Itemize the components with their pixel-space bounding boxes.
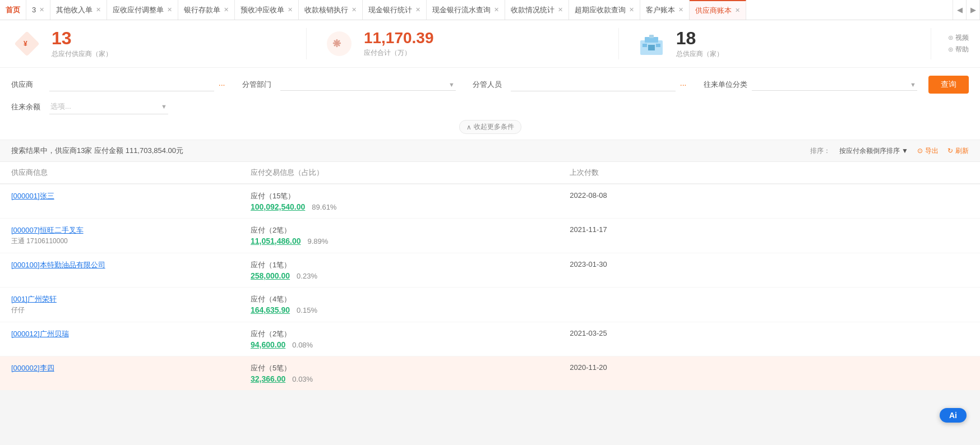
nav-tab-vendor-ledger[interactable]: 供应商账本 ✕ <box>690 0 746 20</box>
trans-amount-link[interactable]: 100,092,540.00 <box>251 202 305 211</box>
supplier-link[interactable]: [000100]本特勤油品有限公司 <box>11 260 251 270</box>
collapse-arrow-icon: ∧ <box>466 123 471 131</box>
video-action[interactable]: ⊙ 视频 <box>948 33 969 43</box>
svg-rect-6 <box>648 45 655 50</box>
close-icon[interactable]: ✕ <box>494 6 499 13</box>
close-icon[interactable]: ✕ <box>224 6 229 13</box>
payable-amount-icon: ❋ <box>323 28 355 59</box>
trans-label: 应付（4笔） <box>251 295 291 303</box>
trans-percent: 0.03% <box>292 375 313 383</box>
filter-balance-label: 往来余额 <box>11 102 45 112</box>
person-dots-icon[interactable]: ··· <box>680 80 687 89</box>
summary-bar: ¥ 13 总应付供应商（家） ❋ 11,170.39 应付合计（万） <box>0 20 980 68</box>
supplier-link[interactable]: [001]广州荣轩 <box>11 294 251 304</box>
close-icon[interactable]: ✕ <box>735 7 740 14</box>
nav-left-arrow[interactable]: ◀ <box>953 0 967 20</box>
last-pay-date: 2022-08-08 <box>570 191 607 200</box>
table-row: [000100]本特勤油品有限公司 应付（1笔） 258,000.00 0.23… <box>0 253 980 288</box>
close-icon[interactable]: ✕ <box>39 6 44 13</box>
transaction-cell: 应付（2笔） 11,051,486.00 9.89% <box>251 225 570 245</box>
close-icon[interactable]: ✕ <box>415 6 420 13</box>
nav-tab-customer-ledger[interactable]: 客户账本 ✕ <box>640 0 690 20</box>
export-icon: ⊙ <box>917 147 923 155</box>
close-icon[interactable]: ✕ <box>678 6 683 13</box>
nav-tab-receipt-verify-label: 收款核销执行 <box>304 5 348 15</box>
last-pay-date: 2020-11-20 <box>570 363 607 372</box>
help-action[interactable]: ⊙ 帮助 <box>948 45 969 54</box>
nav-tab-cash-bank-flow[interactable]: 现金银行流水查询 ✕ <box>427 0 505 20</box>
nav-tab-receipt-stat[interactable]: 收款情况统计 ✕ <box>505 0 569 20</box>
supplier-input[interactable] <box>49 78 214 91</box>
supplier-sub: 王通 17106110000 <box>11 237 251 246</box>
nav-right-arrow[interactable]: ▶ <box>967 0 980 20</box>
transaction-cell: 应付（15笔） 100,092,540.00 89.61% <box>251 191 570 211</box>
col-header-extra <box>729 168 969 178</box>
filter-person-label: 分管人员 <box>473 80 506 90</box>
balance-select-placeholder: 选项... <box>50 101 159 112</box>
trans-amount-link[interactable]: 32,366.00 <box>251 374 285 383</box>
payable-vendors-text: 13 总应付供应商（家） <box>52 29 112 59</box>
close-icon[interactable]: ✕ <box>167 6 172 13</box>
supplier-link[interactable]: [000002]李四 <box>11 363 251 373</box>
close-icon[interactable]: ✕ <box>288 6 293 13</box>
supplier-sub: 仔仔 <box>11 305 251 315</box>
refresh-button[interactable]: ↻ 刷新 <box>947 146 969 156</box>
summary-total-vendors: 18 总供应商（家） <box>636 28 931 59</box>
nav-tab-vendor-ledger-label: 供应商账本 <box>695 6 732 16</box>
sort-label: 排序： <box>810 146 830 156</box>
transaction-cell: 应付（5笔） 32,366.00 0.03% <box>251 363 570 383</box>
nav-tab-bank-deposit[interactable]: 银行存款单 ✕ <box>178 0 235 20</box>
table-row: [000002]李四 应付（5笔） 32,366.00 0.03% 2020-1… <box>0 356 980 391</box>
close-icon[interactable]: ✕ <box>96 6 101 13</box>
category-select[interactable]: ▼ <box>752 79 918 91</box>
nav-tab-bank-deposit-label: 银行存款单 <box>184 5 220 15</box>
nav-tab-3[interactable]: 3 ✕ <box>26 0 50 20</box>
data-table: 供应商信息 应付交易信息（占比） 上次付数 [000001]张三 应付（15笔）… <box>0 162 980 391</box>
trans-amount-link[interactable]: 258,000.00 <box>251 271 290 280</box>
nav-tab-home[interactable]: 首页 <box>0 0 26 20</box>
col-header-last-pay: 上次付数 <box>570 168 729 178</box>
supplier-link[interactable]: [000007]恒旺二手叉车 <box>11 225 251 235</box>
nav-tab-receipt-verify[interactable]: 收款核销执行 ✕ <box>299 0 363 20</box>
chevron-down-icon: ▼ <box>161 103 167 110</box>
trans-label: 应付（15笔） <box>251 192 295 200</box>
query-button[interactable]: 查询 <box>928 76 969 94</box>
transaction-cell: 应付（2笔） 94,600.00 0.08% <box>251 329 570 349</box>
nav-tab-cash-bank-stat[interactable]: 现金银行统计 ✕ <box>363 0 427 20</box>
sort-select[interactable]: 按应付余额倒序排序 ▼ <box>839 146 908 156</box>
nav-tab-other-income[interactable]: 其他收入单 ✕ <box>50 0 107 20</box>
close-icon[interactable]: ✕ <box>352 6 357 13</box>
trans-amount-row: 32,366.00 0.03% <box>251 373 570 383</box>
nav-tab-overdue-ar[interactable]: 超期应收款查询 ✕ <box>569 0 640 20</box>
supplier-link[interactable]: [000012]广州贝瑞 <box>11 329 251 339</box>
table-row: [000012]广州贝瑞 应付（2笔） 94,600.00 0.08% 2021… <box>0 322 980 356</box>
nav-tab-prepay-offset-label: 预收冲应收单 <box>241 5 284 15</box>
trans-amount-link[interactable]: 94,600.00 <box>251 340 285 349</box>
supplier-link[interactable]: [000001]张三 <box>11 191 251 201</box>
transaction-cell: 应付（1笔） 258,000.00 0.23% <box>251 260 570 280</box>
supplier-dots-icon[interactable]: ··· <box>219 80 225 89</box>
supplier-cell: [000007]恒旺二手叉车 王通 17106110000 <box>11 225 251 246</box>
nav-tab-ar-ap-adjust[interactable]: 应收应付调整单 ✕ <box>107 0 178 20</box>
table-row: [000007]恒旺二手叉车 王通 17106110000 应付（2笔） 11,… <box>0 219 980 253</box>
trans-amount-row: 164,635.90 0.15% <box>251 304 570 314</box>
nav-tab-receipt-stat-label: 收款情况统计 <box>511 5 554 15</box>
trans-amount-link[interactable]: 11,051,486.00 <box>251 237 301 245</box>
last-pay-cell: 2020-11-20 <box>570 363 729 372</box>
close-icon[interactable]: ✕ <box>629 6 634 13</box>
close-icon[interactable]: ✕ <box>558 6 563 13</box>
nav-tab-prepay-offset[interactable]: 预收冲应收单 ✕ <box>235 0 299 20</box>
export-button[interactable]: ⊙ 导出 <box>917 146 939 156</box>
nav-tab-cash-bank-stat-label: 现金银行统计 <box>368 5 412 15</box>
dept-select[interactable]: ▼ <box>280 79 456 91</box>
payable-amount-text: 11,170.39 应付合计（万） <box>364 30 434 58</box>
trans-amount-link[interactable]: 164,635.90 <box>251 305 290 314</box>
person-input[interactable] <box>511 78 676 91</box>
nav-tab-customer-ledger-label: 客户账本 <box>646 5 675 15</box>
result-summary-text: 搜索结果中，供应商13家 应付金额 111,703,854.00元 <box>11 146 183 156</box>
collapse-button[interactable]: ∧ 收起更多条件 <box>459 120 521 134</box>
trans-percent: 9.89% <box>308 237 329 245</box>
balance-select[interactable]: 选项... ▼ <box>49 99 168 114</box>
svg-rect-8 <box>656 44 660 47</box>
last-pay-date: 2023-01-30 <box>570 260 607 268</box>
